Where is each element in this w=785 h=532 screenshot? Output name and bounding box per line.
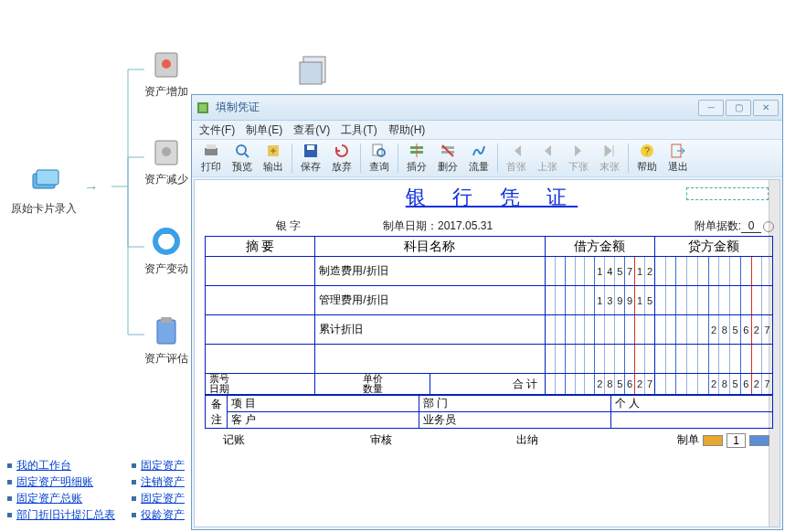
th-credit: 贷方金额 [654,237,772,257]
voucher-window: 填制凭证 ─ ▢ ✕ 文件(F) 制单(E) 查看(V) 工具(T) 帮助(H)… [191,94,783,530]
magnifier-icon[interactable] [763,221,774,232]
link-dept-dep[interactable]: 部门折旧计提汇总表 [7,506,115,523]
footer-cashier: 出纳 [498,432,645,448]
toolbar: 打印 预览 输出 保存 放弃 查询 插分 删分 流量 首张 上张 下张 末张 ?… [192,139,782,177]
menu-make[interactable]: 制单(E) [246,122,282,138]
cell-summary[interactable] [206,315,315,345]
remark-table: 备注 项 目 部 门 个 人 客 户 业务员 [205,395,773,429]
cell-subject[interactable]: 管理费用/折旧 [315,286,545,315]
prev-icon [539,143,556,159]
date-value[interactable]: 2017.05.31 [438,219,493,232]
card-icon [27,165,60,197]
remark-project[interactable]: 项 目 [228,396,419,412]
voucher-meta: 银 字 制单日期：2017.05.31 附单据数:0 [204,217,780,236]
bg-voucher-icon[interactable] [296,51,333,90]
tb-insert[interactable]: 插分 [401,141,432,176]
menu-tools[interactable]: 工具(T) [341,122,377,138]
badge-3[interactable] [749,435,769,446]
cell-credit[interactable] [654,286,772,315]
minimize-button[interactable]: ─ [698,100,724,116]
table-row[interactable]: 累计折旧285627 [206,315,773,345]
maximize-button[interactable]: ▢ [726,100,751,116]
output-icon [265,143,281,159]
tb-print[interactable]: 打印 [196,141,227,176]
svg-rect-1 [37,170,58,185]
save-icon [302,143,319,159]
discard-icon [334,143,350,159]
table-row[interactable]: 管理费用/折旧139915 [206,286,773,315]
cell-credit[interactable] [654,345,772,374]
wf-node-add[interactable]: 资产增加 [144,48,188,100]
titlebar[interactable]: 填制凭证 ─ ▢ ✕ [192,95,782,121]
remark-customer[interactable]: 客 户 [228,412,419,429]
tb-delete[interactable]: 删分 [432,141,463,176]
svg-rect-8 [161,317,172,323]
tb-first[interactable]: 首张 [501,141,532,176]
tb-preview[interactable]: 预览 [227,141,258,176]
wf-node-eval[interactable]: 资产评估 [144,314,188,367]
wf-node-reduce[interactable]: 资产减少 [144,135,188,187]
cell-credit[interactable]: 285627 [654,315,772,345]
cell-debit[interactable] [545,315,654,345]
th-debit: 借方金额 [545,237,654,257]
tb-flow[interactable]: 流量 [463,141,494,176]
tb-exit[interactable]: 退出 [663,141,694,176]
remark-sales[interactable]: 业务员 [419,412,611,429]
footer-maker: 制单 [677,432,699,448]
tb-next[interactable]: 下张 [563,141,594,176]
wf-node-change[interactable]: 资产变动 [144,225,188,277]
menu-view[interactable]: 查看(V) [293,122,330,138]
attach-label: 附单据数: [695,219,741,232]
char-label: 银 字 [276,219,301,232]
voucher-table: 摘 要 科目名称 借方金额 贷方金额 制造费用/折旧145712管理费用/折旧1… [205,236,773,395]
th-summary: 摘 要 [206,237,315,257]
attach-value[interactable]: 0 [741,219,761,233]
link-fa[interactable]: 固定资产 [132,457,185,473]
footer-maker-val[interactable]: 1 [727,433,746,448]
tb-query[interactable]: 查询 [364,141,395,176]
link-fa2[interactable]: 固定资产 [132,490,185,506]
cell-debit[interactable] [545,345,654,374]
svg-rect-14 [207,144,216,149]
cell-summary[interactable] [206,345,315,374]
menu-file[interactable]: 文件(F) [199,122,235,138]
wf-root-label: 原始卡片录入 [11,201,77,217]
remark-dept[interactable]: 部 门 [419,396,611,412]
remark-person[interactable]: 个 人 [611,396,773,412]
svg-rect-7 [157,320,175,344]
tb-save[interactable]: 保存 [295,141,326,176]
menu-help[interactable]: 帮助(H) [388,122,426,138]
close-button[interactable]: ✕ [753,100,779,116]
link-age[interactable]: 役龄资产 [132,506,185,523]
link-detail[interactable]: 固定资产明细账 [7,473,115,490]
table-row[interactable]: 制造费用/折旧145712 [206,257,773,286]
cell-subject[interactable]: 累计折旧 [315,315,545,345]
cell-summary[interactable] [206,257,315,286]
badge-1[interactable] [703,435,723,446]
footer-audit: 审核 [352,432,499,448]
tb-discard[interactable]: 放弃 [326,141,357,176]
link-cancel[interactable]: 注销资产 [132,473,185,490]
total-credit: 285627 [654,374,772,395]
link-ledger[interactable]: 固定资产总账 [7,490,115,506]
cell-subject[interactable] [315,345,545,374]
svg-point-5 [162,147,171,156]
search-icon [371,143,387,159]
tb-last[interactable]: 末张 [594,141,625,176]
wf-root[interactable]: 原始卡片录入 [11,165,77,217]
cell-summary[interactable] [206,286,315,315]
tb-prev[interactable]: 上张 [532,141,563,176]
cell-debit[interactable]: 139915 [545,286,654,315]
total-col1: 票号日期 [206,374,315,395]
refresh-icon [150,225,183,258]
tb-output[interactable]: 输出 [258,141,289,176]
link-workbench[interactable]: 我的工作台 [7,457,115,473]
tb-help[interactable]: ?帮助 [631,141,663,176]
cell-credit[interactable] [654,257,772,286]
remark-empty[interactable] [611,412,773,429]
cell-subject[interactable]: 制造费用/折旧 [315,257,545,286]
cell-debit[interactable]: 145712 [545,257,654,286]
document-icon [296,51,333,88]
table-row[interactable] [206,345,773,374]
clipboard-icon [150,314,183,347]
